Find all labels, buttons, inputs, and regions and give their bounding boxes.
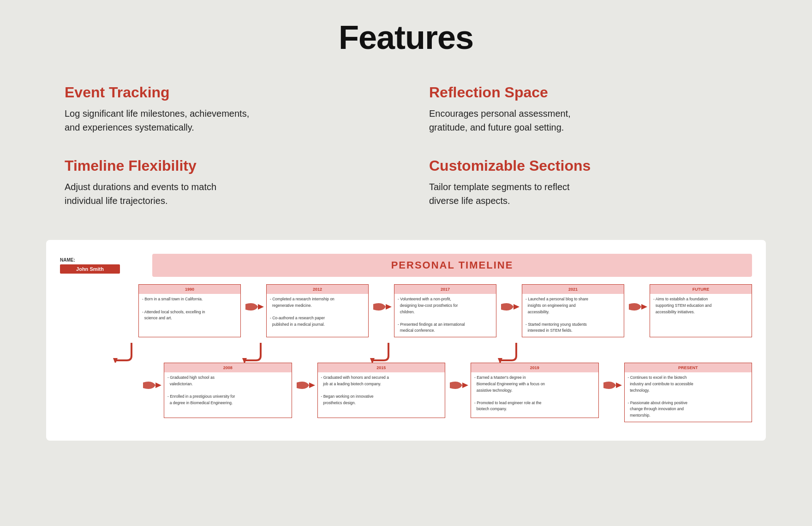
card-present-header: PRESENT (625, 363, 752, 372)
card-1990-header: 1990 (139, 285, 240, 294)
card-2008-header: 2008 (164, 363, 292, 372)
name-value: John Smith (60, 264, 120, 274)
card-2008-content: - Graduated high school as valedictorian… (167, 375, 288, 406)
card-2015: 2015 - Graduated with honors and secured… (317, 363, 446, 418)
arrow-to-present (599, 363, 624, 392)
connector-name-spacer (60, 337, 138, 363)
arrow-h-3 (496, 284, 522, 313)
svg-marker-8 (155, 383, 161, 388)
arrow-h-1 (241, 284, 266, 313)
down-arrow-left-3 (370, 342, 393, 363)
card-2012: 2012 - Completed a research internship o… (266, 284, 369, 337)
svg-marker-9 (309, 383, 315, 388)
feature-desc-1: Log significant life milestones, achieve… (65, 107, 383, 134)
feature-customizable-sections: Customizable Sections Tailor template se… (429, 157, 747, 208)
timeline-bottom-row: 2008 - Graduated high school as valedict… (60, 363, 752, 422)
svg-marker-1 (386, 304, 392, 310)
right-arrow-4 (627, 300, 647, 313)
card-2008: 2008 - Graduated high school as valedict… (164, 363, 292, 418)
card-present: PRESENT - Continues to excel in the biot… (624, 363, 752, 422)
page-container: Features Event Tracking Log significant … (0, 0, 812, 468)
down-arrow-left-2 (242, 342, 265, 363)
right-arrow-3 (499, 300, 519, 313)
card-2015-content: - Graduated with honors and secured a jo… (321, 375, 442, 406)
connector-row (60, 337, 752, 363)
right-arrow-b4 (601, 379, 622, 392)
card-future: FUTURE - Aims to establish a foundation … (650, 284, 752, 337)
card-future-header: FUTURE (650, 285, 752, 294)
card-2015-header: 2015 (318, 363, 445, 372)
arrow-to-2019 (445, 363, 471, 392)
feature-desc-2: Encourages personal assessment,gratitude… (429, 107, 747, 134)
card-2021-content: - Launched a personal blog to share insi… (525, 296, 621, 334)
feature-title-1: Event Tracking (65, 84, 383, 101)
connector-2021 (496, 337, 522, 363)
card-2017: 2017 - Volunteered with a non-profit, de… (394, 284, 496, 337)
timeline-title: PERSONAL TIMELINE (158, 259, 746, 271)
right-arrow-1 (243, 300, 264, 313)
right-arrow-b3 (448, 379, 468, 392)
svg-marker-2 (513, 304, 519, 310)
card-2017-header: 2017 (394, 285, 496, 294)
name-label: NAME: (60, 257, 143, 263)
feature-reflection-space: Reflection Space Encourages personal ass… (429, 84, 747, 134)
feature-title-3: Timeline Flexibility (65, 157, 383, 174)
name-section: NAME: John Smith (60, 257, 143, 274)
right-arrow-b2 (294, 379, 315, 392)
arrow-h-2 (369, 284, 394, 313)
svg-marker-0 (258, 304, 264, 310)
card-2012-header: 2012 (267, 285, 368, 294)
timeline-top-row: 1990 - Born in a small town in Californi… (60, 284, 752, 337)
connector-2012 (241, 337, 266, 363)
feature-timeline-flexibility: Timeline Flexibility Adjust durations an… (65, 157, 383, 208)
timeline-section: NAME: John Smith PERSONAL TIMELINE 1990 … (46, 240, 766, 441)
card-2017-content: - Volunteered with a non-profit, designi… (398, 296, 493, 334)
right-arrow-b1 (141, 379, 161, 392)
arrow-to-2015 (292, 363, 317, 392)
card-2021-header: 2021 (522, 285, 624, 294)
card-future-content: - Aims to establish a foundation support… (653, 296, 748, 315)
card-1990-content: - Born in a small town in California. - … (142, 296, 237, 321)
feature-title-2: Reflection Space (429, 84, 747, 101)
down-arrow-left-4 (498, 342, 521, 363)
card-present-content: - Continues to excel in the biotech indu… (628, 375, 749, 418)
feature-event-tracking: Event Tracking Log significant life mile… (65, 84, 383, 134)
svg-marker-3 (641, 304, 647, 310)
card-2021: 2021 - Launched a personal blog to share… (522, 284, 624, 337)
arrow-h-4 (624, 284, 650, 313)
right-arrow-2 (371, 300, 392, 313)
svg-marker-10 (462, 383, 468, 388)
connector-2017 (369, 337, 394, 363)
down-arrow-left-1 (113, 342, 136, 363)
svg-marker-11 (616, 383, 622, 388)
card-1990: 1990 - Born in a small town in Californi… (138, 284, 241, 337)
feature-title-4: Customizable Sections (429, 157, 747, 174)
timeline-title-box: PERSONAL TIMELINE (152, 254, 752, 277)
card-2019: 2019 - Earned a Master's degree in Biome… (471, 363, 599, 418)
card-2012-content: - Completed a research internship on reg… (270, 296, 365, 328)
card-2019-content: - Earned a Master's degree in Biomedical… (474, 375, 595, 412)
arrow-to-2008 (138, 363, 164, 392)
features-grid: Event Tracking Log significant life mile… (37, 84, 775, 208)
timeline-container: 1990 - Born in a small town in Californi… (60, 284, 752, 422)
feature-desc-3: Adjust durations and events to matchindi… (65, 180, 383, 208)
card-2019-header: 2019 (471, 363, 598, 372)
page-title: Features (37, 18, 775, 56)
feature-desc-4: Tailor template segments to reflectdiver… (429, 180, 747, 208)
